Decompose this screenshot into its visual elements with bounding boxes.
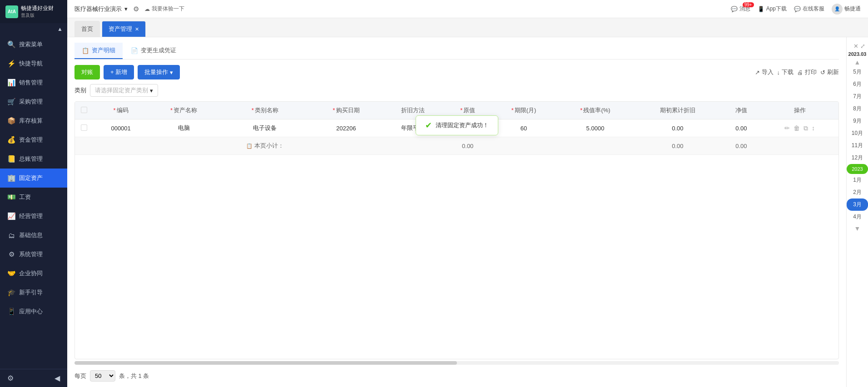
app-download-button[interactable]: 📱 App下载 bbox=[758, 5, 787, 13]
filter-row: 类别 请选择固定资产类别 ▾ bbox=[74, 84, 839, 97]
batch-button[interactable]: 批量操作 ▾ bbox=[138, 65, 180, 79]
sidebar-item-funds[interactable]: 💰 资金管理 bbox=[0, 130, 67, 149]
subtab-vouchergen[interactable]: 📄 变更生成凭证 bbox=[124, 43, 184, 59]
hscroll-thumb[interactable] bbox=[74, 361, 457, 365]
sidebar-item-newbie[interactable]: 🎓 新手引导 bbox=[0, 283, 67, 302]
tab-assetmanage[interactable]: 资产管理 ✕ bbox=[102, 21, 146, 37]
sidebar-item-search[interactable]: 🔍 搜索菜单 bbox=[0, 35, 67, 54]
sidebar-label-inventory: 库存核算 bbox=[19, 117, 43, 125]
category-chevron-icon: ▾ bbox=[150, 87, 153, 94]
month-11[interactable]: 11月 bbox=[847, 139, 868, 152]
ledger-icon: 📒 bbox=[7, 155, 15, 163]
edit-icon[interactable]: ✏ bbox=[784, 124, 790, 132]
horizontal-scrollbar[interactable] bbox=[74, 361, 839, 365]
sidebar-item-purchase[interactable]: 🛒 采购管理 bbox=[0, 92, 67, 111]
print-button[interactable]: 🖨 打印 bbox=[797, 68, 817, 76]
app-logo-text: 畅捷通好业财 普及版 bbox=[21, 5, 54, 19]
collapse-sidebar-icon[interactable]: ◀ bbox=[55, 374, 60, 382]
subtotal-label: 本页小计： bbox=[254, 142, 284, 149]
month-4[interactable]: 4月 bbox=[847, 211, 868, 223]
enterprise-icon: 🤝 bbox=[7, 269, 15, 278]
company-chevron-icon: ▾ bbox=[124, 5, 128, 12]
new-button[interactable]: + 新增 bbox=[104, 65, 134, 79]
tab-home[interactable]: 首页 bbox=[74, 21, 100, 37]
online-service-button[interactable]: 💬 在线客服 bbox=[794, 5, 824, 13]
reconcile-button[interactable]: 对账 bbox=[74, 65, 100, 79]
td-net-value: 0.00 bbox=[722, 119, 761, 137]
sidebar-item-sysmanage[interactable]: ⚙ 系统管理 bbox=[0, 245, 67, 264]
asset-table-wrap: ✔ 清理固定资产成功！ *编码 *资产名称 *类别名称 *购买日期 bbox=[74, 101, 839, 359]
experience-link[interactable]: ☁ 我要体验一下 bbox=[144, 5, 184, 13]
sidebar-item-ledger[interactable]: 📒 总账管理 bbox=[0, 149, 67, 169]
subtab-assetdetail[interactable]: 📋 资产明细 bbox=[74, 43, 123, 59]
month-12[interactable]: 12月 bbox=[847, 152, 868, 164]
th-net-value: 净值 bbox=[722, 102, 761, 119]
sysmanage-icon: ⚙ bbox=[7, 250, 15, 258]
settings-footer-icon[interactable]: ⚙ bbox=[7, 374, 14, 382]
sidebar-label-quicknav: 快捷导航 bbox=[19, 60, 43, 68]
tab-home-label: 首页 bbox=[81, 25, 93, 33]
message-button[interactable]: 💬 消息 99+ bbox=[731, 5, 750, 13]
sidebar-item-inventory[interactable]: 📦 库存核算 bbox=[0, 111, 67, 130]
toast-check-icon: ✔ bbox=[425, 120, 432, 130]
copy-icon[interactable]: ⧉ bbox=[804, 124, 808, 132]
th-name: *资产名称 bbox=[149, 102, 219, 119]
payroll-icon: 💵 bbox=[7, 193, 15, 201]
download-button[interactable]: ↓ 下载 bbox=[777, 68, 794, 76]
month-10[interactable]: 10月 bbox=[847, 127, 868, 139]
month-2[interactable]: 2月 bbox=[847, 186, 868, 198]
company-selector[interactable]: 医疗器械行业演示 ▾ bbox=[74, 5, 128, 13]
month-3[interactable]: 3月 bbox=[847, 198, 868, 211]
cloud-icon: ☁ bbox=[144, 6, 150, 12]
panel-close-icon[interactable]: ✕ bbox=[853, 43, 858, 50]
sidebar-item-fixedassets[interactable]: 🏢 固定资产 bbox=[0, 169, 67, 188]
sidebar-item-operations[interactable]: 📈 经营管理 bbox=[0, 207, 67, 226]
month-5[interactable]: 5月 bbox=[847, 66, 868, 78]
delete-icon[interactable]: 🗑 bbox=[794, 124, 800, 132]
topbar-right: 💬 消息 99+ 📱 App下载 💬 在线客服 👤 畅捷通 bbox=[731, 4, 861, 15]
topbar-gear-icon[interactable]: ⚙ bbox=[133, 5, 139, 13]
year-2023-marker[interactable]: 2023 bbox=[847, 164, 868, 174]
sidebar-item-quicknav[interactable]: ⚡ 快捷导航 bbox=[0, 54, 67, 73]
sidebar-item-basicinfo[interactable]: 🗂 基础信息 bbox=[0, 226, 67, 245]
more-icon[interactable]: ↕ bbox=[812, 124, 815, 132]
select-all-checkbox[interactable] bbox=[81, 107, 87, 113]
sidebar-label-sales: 销售管理 bbox=[19, 79, 43, 87]
panel-scroll-up[interactable]: ▲ bbox=[854, 59, 861, 66]
action-icons: ✏ 🗑 ⧉ ↕ bbox=[764, 124, 835, 132]
tab-close-icon[interactable]: ✕ bbox=[135, 26, 139, 32]
sales-icon: 📊 bbox=[7, 79, 15, 87]
row-checkbox[interactable] bbox=[81, 124, 87, 131]
refresh-button[interactable]: ↺ 刷新 bbox=[820, 68, 839, 76]
message-badge: 99+ bbox=[743, 2, 754, 7]
month-1[interactable]: 1月 bbox=[847, 174, 868, 186]
sidebar-label-basicinfo: 基础信息 bbox=[19, 231, 43, 239]
funds-icon: 💰 bbox=[7, 136, 15, 144]
panel-scroll-down[interactable]: ▼ bbox=[854, 225, 861, 232]
month-7[interactable]: 7月 bbox=[847, 90, 868, 103]
subtotal-icon: 📋 bbox=[246, 143, 253, 149]
month-list: 5月 6月 7月 8月 9月 10月 11月 12月 2023 1月 2月 3月… bbox=[847, 66, 868, 223]
month-6[interactable]: 6月 bbox=[847, 78, 868, 90]
fixedassets-icon: 🏢 bbox=[7, 174, 15, 182]
sidebar-item-enterprise[interactable]: 🤝 企业协同 bbox=[0, 264, 67, 283]
sidebar-item-sales[interactable]: 📊 销售管理 bbox=[0, 73, 67, 92]
per-page-select[interactable]: 50 10 20 100 bbox=[90, 370, 115, 382]
sidebar-scroll-up[interactable]: ▲ bbox=[56, 25, 64, 33]
user-menu[interactable]: 👤 畅捷通 bbox=[832, 4, 861, 15]
tab-assetmanage-label: 资产管理 bbox=[109, 25, 132, 33]
export-button[interactable]: ↗ 导入 bbox=[755, 68, 774, 76]
month-9[interactable]: 9月 bbox=[847, 115, 868, 127]
subtotal-net: 0.00 bbox=[722, 137, 761, 155]
sidebar-item-payroll[interactable]: 💵 工资 bbox=[0, 188, 67, 207]
right-panel: ✕ ⤢ 2023.03 ▲ 5月 6月 7月 8月 9月 10月 11月 12月… bbox=[846, 37, 868, 387]
sidebar-logo: AtA 畅捷通好业财 普及版 bbox=[0, 0, 67, 23]
td-actions: ✏ 🗑 ⧉ ↕ bbox=[761, 119, 838, 137]
category-select[interactable]: 请选择固定资产类别 ▾ bbox=[90, 84, 158, 97]
month-8[interactable]: 8月 bbox=[847, 103, 868, 115]
subtab-bar: 📋 资产明细 📄 变更生成凭证 bbox=[74, 43, 839, 60]
sidebar-item-appcenter[interactable]: 📱 应用中心 bbox=[0, 302, 67, 321]
panel-expand-icon[interactable]: ⤢ bbox=[860, 43, 865, 50]
operations-icon: 📈 bbox=[7, 212, 15, 220]
service-icon: 💬 bbox=[794, 6, 801, 12]
